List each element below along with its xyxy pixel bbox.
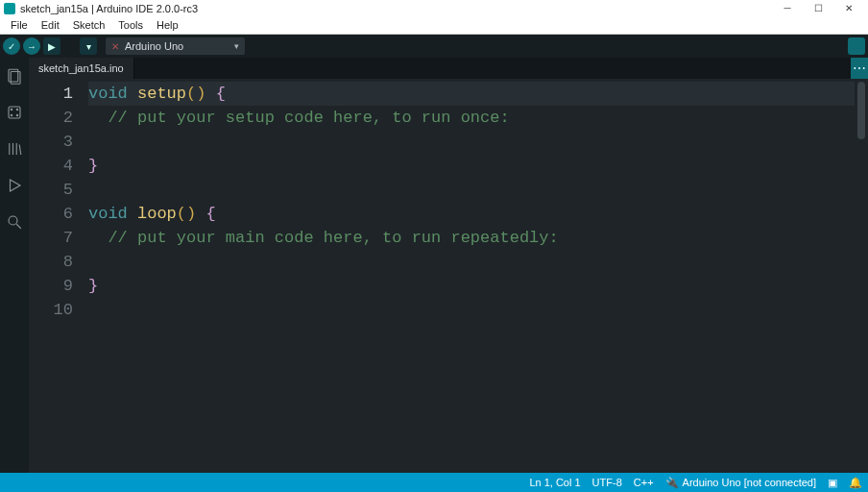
debug-button[interactable]: ▶ xyxy=(43,37,60,55)
status-board-label: Arduino Uno [not connected] xyxy=(683,477,816,488)
svg-point-6 xyxy=(16,114,18,116)
code-lines[interactable]: void setup() { // put your setup code he… xyxy=(88,82,855,473)
menu-help[interactable]: Help xyxy=(150,19,185,31)
code-editor[interactable]: 12345678910 void setup() { // put your s… xyxy=(29,79,868,473)
status-encoding[interactable]: UTF-8 xyxy=(592,477,622,488)
tab-sketch[interactable]: sketch_jan15a.ino xyxy=(29,58,134,79)
svg-line-13 xyxy=(16,224,21,229)
editor-area: sketch_jan15a.ino ⋯ 12345678910 void set… xyxy=(29,58,868,473)
plug-icon: 🔌 xyxy=(665,477,679,489)
board-name: Arduino Uno xyxy=(125,40,183,52)
window-title: sketch_jan15a | Arduino IDE 2.0.0-rc3 xyxy=(20,3,198,14)
status-bar: Ln 1, Col 1 UTF-8 C++ 🔌 Arduino Uno [not… xyxy=(0,473,868,492)
menu-file[interactable]: File xyxy=(4,19,35,31)
library-manager-icon[interactable] xyxy=(6,140,23,158)
search-icon[interactable] xyxy=(6,213,23,231)
status-language[interactable]: C++ xyxy=(634,477,654,488)
tab-label: sketch_jan15a.ino xyxy=(38,62,124,74)
menu-bar: File Edit Sketch Tools Help xyxy=(0,16,868,35)
board-selector[interactable]: ✕ Arduino Uno ▾ xyxy=(106,37,245,55)
activity-bar xyxy=(0,58,29,473)
menu-sketch[interactable]: Sketch xyxy=(66,19,112,31)
close-button[interactable]: ✕ xyxy=(833,1,864,16)
notifications-icon[interactable]: 🔔 xyxy=(849,477,862,489)
svg-point-12 xyxy=(9,216,17,225)
svg-rect-2 xyxy=(9,107,20,118)
svg-marker-11 xyxy=(11,180,21,191)
board-disconnected-icon: ✕ xyxy=(111,41,119,52)
menu-tools[interactable]: Tools xyxy=(111,19,150,31)
svg-point-4 xyxy=(16,109,18,111)
svg-point-5 xyxy=(11,114,12,116)
chevron-down-icon: ▾ xyxy=(234,41,239,51)
menu-edit[interactable]: Edit xyxy=(35,19,66,31)
upload-button[interactable]: → xyxy=(23,37,40,55)
window-titlebar: sketch_jan15a | Arduino IDE 2.0.0-rc3 ─ … xyxy=(0,0,868,16)
svg-point-3 xyxy=(11,109,12,111)
maximize-button[interactable]: ☐ xyxy=(803,1,833,16)
more-actions-button[interactable]: ⋯ xyxy=(851,58,868,79)
svg-line-10 xyxy=(19,145,21,156)
status-board[interactable]: 🔌 Arduino Uno [not connected] xyxy=(665,477,816,489)
explorer-icon[interactable] xyxy=(6,67,23,85)
minimize-button[interactable]: ─ xyxy=(772,1,803,16)
serial-plotter-button[interactable] xyxy=(848,37,865,55)
boards-manager-icon[interactable] xyxy=(6,104,23,121)
toolbar: ✓ → ▶ ▾ ✕ Arduino Uno ▾ xyxy=(0,35,868,58)
close-panel-button[interactable]: ▣ xyxy=(828,477,837,489)
status-position[interactable]: Ln 1, Col 1 xyxy=(529,477,580,488)
line-gutter: 12345678910 xyxy=(29,82,88,473)
editor-scrollbar[interactable] xyxy=(855,82,868,473)
verify-button[interactable]: ✓ xyxy=(3,37,20,55)
debug-icon[interactable] xyxy=(6,177,23,194)
app-icon xyxy=(4,3,15,14)
debugger-dropdown[interactable]: ▾ xyxy=(80,37,97,55)
tab-bar: sketch_jan15a.ino ⋯ xyxy=(29,58,868,79)
scrollbar-thumb[interactable] xyxy=(857,82,865,139)
